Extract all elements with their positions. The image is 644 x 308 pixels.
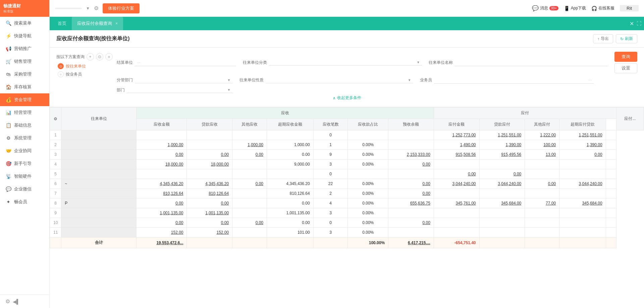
sidebar-item-operations[interactable]: 📊经营管理 (0, 106, 49, 119)
cell-9-10[interactable] (479, 218, 525, 228)
cell-0-10[interactable]: 1,251,551.00 (479, 130, 525, 140)
cell-4-3[interactable] (187, 169, 232, 179)
cell-0-12[interactable]: 1,251,551.00 (559, 130, 606, 140)
cell-9-8[interactable]: 0.00 (388, 218, 434, 228)
cell-4-9[interactable]: 0.00 (434, 169, 479, 179)
cell-6-8[interactable]: 0.00 (388, 189, 434, 199)
cell-4-2[interactable] (136, 169, 187, 179)
sidebar-item-guide[interactable]: 🎯新手引导 (0, 157, 49, 170)
cell-1-12[interactable]: 1,390.00 (559, 140, 606, 150)
cell-1-9[interactable]: 1,490.00 (434, 140, 479, 150)
cell-5-9[interactable]: 3,044,240.00 (434, 179, 479, 189)
cell-10-9[interactable] (434, 228, 479, 237)
window-close-icon[interactable]: ✕ (630, 20, 634, 27)
cell-0-9[interactable]: 1,252,773.00 (434, 130, 479, 140)
cell-9-12[interactable] (559, 218, 606, 228)
cell-2-2[interactable]: 0.00 (136, 150, 187, 160)
cell-10-2[interactable]: 152.00 (136, 228, 187, 237)
sidebar-item-member[interactable]: ✦畅会员 (0, 195, 49, 208)
collapse-more-button[interactable]: ∧ 收起更多条件 (56, 93, 637, 103)
dropdown-arrow-icon[interactable]: ▼ (86, 6, 90, 11)
cell-6-9[interactable] (434, 189, 479, 199)
gear-icon[interactable]: ⚙ (94, 5, 99, 11)
by-partner-option[interactable]: ⊙ 按往来单位 (58, 63, 113, 69)
cell-5-4[interactable]: 0.00 (232, 179, 267, 189)
cell-7-3[interactable]: 0.00 (187, 199, 232, 208)
tab-close-icon[interactable]: × (115, 21, 118, 26)
cell-5-12[interactable]: 3,044,240.00 (559, 179, 606, 189)
cell-1-11[interactable]: 100.00 (525, 140, 559, 150)
trial-button[interactable]: 体验行业方案 (103, 3, 140, 13)
cell-9-9[interactable] (434, 218, 479, 228)
cell-8-8[interactable] (388, 208, 434, 218)
cell-10-3[interactable]: 152.00 (187, 228, 232, 237)
cell-2-10[interactable]: 915,495.56 (479, 150, 525, 160)
sidebar-item-wechat[interactable]: 💬企业微信 (0, 183, 49, 195)
cell-7-12[interactable]: 345,684.00 (559, 199, 606, 208)
tab-home[interactable]: 首页 (52, 17, 72, 30)
cell-8-3[interactable]: 1,001,135.00 (187, 208, 232, 218)
filter-collapse-icon[interactable]: « (105, 53, 113, 60)
cell-7-8[interactable]: 655,636.75 (388, 199, 434, 208)
cell-3-11[interactable] (525, 160, 559, 169)
cell-1-2[interactable]: 1,000.00 (136, 140, 187, 150)
sidebar-item-search[interactable]: 🔍搜索菜单 (0, 17, 49, 30)
sidebar-item-sales[interactable]: 🛒销售管理 (0, 55, 49, 68)
cell-6-4[interactable] (232, 189, 267, 199)
cell-0-3[interactable] (187, 130, 232, 140)
total-receivable-amount[interactable]: 19,553,472,6... (136, 237, 187, 248)
cell-8-9[interactable] (434, 208, 479, 218)
cell-10-10[interactable] (479, 228, 525, 237)
cell-5-3[interactable]: 4,345,436.20 (187, 179, 232, 189)
cell-3-9[interactable] (434, 160, 479, 169)
sidebar-item-hardware[interactable]: 📡智能硬件 (0, 170, 49, 183)
dept-manager-select[interactable]: ▼ (135, 77, 233, 83)
cell-5-10[interactable]: 3,044,240.00 (479, 179, 525, 189)
refresh-button[interactable]: ↻ 刷新 (616, 34, 637, 43)
cell-8-2[interactable]: 1,001,135.00 (136, 208, 187, 218)
cell-0-4[interactable] (232, 130, 267, 140)
user-name[interactable]: Rit (620, 5, 639, 11)
cell-4-8[interactable] (388, 169, 434, 179)
sidebar-item-quick[interactable]: ⚡快捷导航 (0, 30, 49, 42)
cell-9-11[interactable] (525, 218, 559, 228)
cell-0-2[interactable] (136, 130, 187, 140)
cell-7-9[interactable]: 345,761.00 (434, 199, 479, 208)
cell-5-8[interactable]: 0.00 (388, 179, 434, 189)
cell-4-10[interactable]: 0.00 (479, 169, 525, 179)
setting-button[interactable]: 设置 (614, 63, 637, 73)
filter-settings-icon[interactable]: ⊙ (96, 53, 103, 60)
cell-2-9[interactable]: 915,508.56 (434, 150, 479, 160)
cell-2-12[interactable]: 0.00 (559, 150, 606, 160)
query-button[interactable]: 查询 (614, 52, 637, 62)
online-service-button[interactable]: 🎧 在线客服 (591, 5, 614, 11)
tab-current[interactable]: 应收应付余额查询 × (72, 17, 123, 30)
cell-3-3[interactable]: 18,000.00 (187, 160, 232, 169)
settings-icon[interactable]: ⚙ (5, 298, 10, 305)
cell-8-12[interactable] (559, 208, 606, 218)
partner-category-select[interactable]: ▼ (269, 59, 422, 65)
cell-1-4[interactable]: 1,000.00 (232, 140, 267, 150)
cell-7-11[interactable]: 77.00 (525, 199, 559, 208)
window-expand-icon[interactable]: ⛶ (637, 21, 641, 26)
cell-10-11[interactable] (525, 228, 559, 237)
cell-10-4[interactable] (232, 228, 267, 237)
partner-name-input[interactable] (457, 60, 606, 65)
cell-2-8[interactable]: 2,153,333.00 (388, 150, 434, 160)
cell-4-12[interactable] (559, 169, 606, 179)
cell-7-4[interactable] (232, 199, 267, 208)
cell-4-11[interactable] (525, 169, 559, 179)
collapse-icon[interactable]: ◀▌ (13, 299, 20, 304)
filter-add-icon[interactable]: + (87, 53, 94, 60)
cell-8-4[interactable] (232, 208, 267, 218)
total-advance-balance[interactable]: 6,417,215.... (388, 237, 434, 248)
export-button[interactable]: ↑ 导出 (593, 34, 613, 43)
cell-8-10[interactable] (479, 208, 525, 218)
sidebar-item-marketing[interactable]: 📢营销推广 (0, 42, 49, 55)
cell-4-4[interactable] (232, 169, 267, 179)
sidebar-item-system[interactable]: ⚙系统管理 (0, 132, 49, 144)
cell-6-11[interactable] (525, 189, 559, 199)
cell-2-11[interactable]: 13.00 (525, 150, 559, 160)
cell-6-3[interactable]: 810,126.64 (187, 189, 232, 199)
cell-8-11[interactable] (525, 208, 559, 218)
